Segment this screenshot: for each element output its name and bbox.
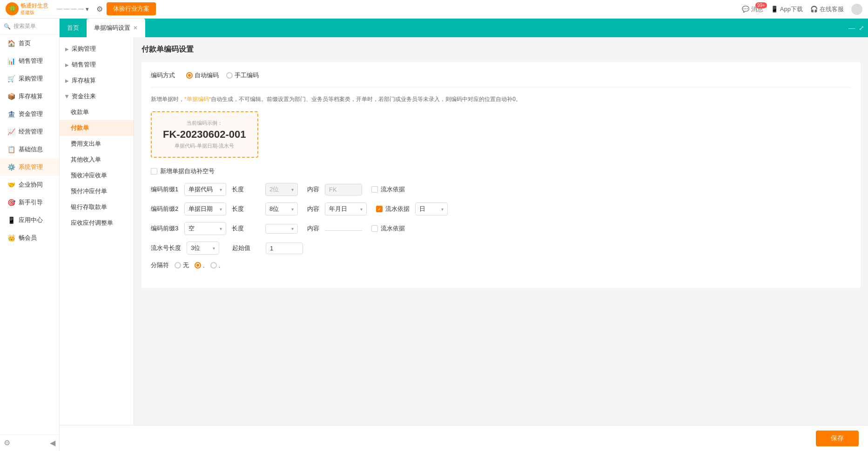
menu-group-inventory[interactable]: ▶ 库存核算 <box>60 73 134 88</box>
prefix3-length-select[interactable]: ▾ <box>265 224 298 234</box>
sales-icon: 📊 <box>7 57 15 65</box>
collapse-icon[interactable]: ◀ <box>50 438 55 447</box>
separator-dash-radio[interactable]: . <box>210 262 221 269</box>
finance-icon: 🏦 <box>7 110 15 118</box>
sidebar-item-sales[interactable]: 📊 销售管理 <box>0 52 59 70</box>
auto-fill-label: 新增单据自动补空号 <box>160 167 215 175</box>
chevron-down-icon: ▶ <box>65 94 70 98</box>
submenu-bank-deposit[interactable]: 银行存取款单 <box>60 199 134 215</box>
serial-length-select[interactable]: 3位 ▾ <box>187 242 219 255</box>
submenu-receipt[interactable]: 收款单 <box>60 104 134 120</box>
separator-none-radio[interactable]: 无 <box>175 261 189 269</box>
sidebar-item-member[interactable]: 👑 畅会员 <box>0 229 59 247</box>
tab-close-icon[interactable]: ✕ <box>133 25 138 31</box>
prefix3-content-label: 内容 <box>307 224 319 233</box>
prefix3-serial-checkbox[interactable] <box>371 225 378 232</box>
user-avatar[interactable] <box>851 4 862 15</box>
chevron-down-icon-p2l: ▾ <box>291 207 294 212</box>
submenu-other-income[interactable]: 其他收入单 <box>60 152 134 168</box>
prefix1-serial-row: 流水依据 <box>371 185 405 194</box>
settings-bottom-icon[interactable]: ⚙ <box>4 438 10 447</box>
manual-encode-dot <box>226 72 233 79</box>
maximize-icon[interactable]: ⤢ <box>859 24 864 32</box>
search-icon: 🔍 <box>4 23 11 30</box>
sidebar-item-finance[interactable]: 🏦 资金管理 <box>0 105 59 123</box>
auto-encode-radio[interactable]: 自动编码 <box>186 71 219 80</box>
encoding-method-row: 编码方式 自动编码 手工编码 <box>151 71 851 88</box>
brand-name: 畅通好生意 搭建版 <box>20 2 48 15</box>
menu-group-sales[interactable]: ▶ 销售管理 <box>60 57 134 73</box>
message-icon: 💬 <box>742 6 749 13</box>
main-layout: 🔍 搜索菜单 🏠 首页 📊 销售管理 🛒 采购管理 📦 库存核算 🏦 资金管理 … <box>0 19 868 451</box>
chevron-right-icon: ▶ <box>65 47 69 52</box>
prefix2-row: 编码前缀2 单据日期 ▾ 长度 8位 ▾ 内容 年月日 <box>151 202 851 215</box>
system-icon: ⚙️ <box>7 163 15 171</box>
guide-icon: 🎯 <box>7 199 15 206</box>
prefix2-content-select[interactable]: 年月日 ▾ <box>325 202 367 215</box>
save-button[interactable]: 保存 <box>816 431 859 446</box>
chevron-down-icon-p1: ▾ <box>220 187 222 192</box>
member-icon: 👑 <box>7 234 15 242</box>
submenu-ar-ap-adjust[interactable]: 应收应付调整单 <box>60 215 134 231</box>
message-badge: 99+ <box>755 2 767 8</box>
chevron-down-icon-p3l: ▾ <box>291 226 294 231</box>
enterprise-icon: 🤝 <box>7 181 15 188</box>
sidebar-item-enterprise[interactable]: 🤝 企业协同 <box>0 176 59 194</box>
sidebar-item-apps[interactable]: 📱 应用中心 <box>0 211 59 229</box>
menu-group-purchase[interactable]: ▶ 采购管理 <box>60 41 134 57</box>
start-value-input[interactable]: 1 <box>266 242 303 254</box>
purchase-icon: 🛒 <box>7 75 15 82</box>
right-panel: 首页 单据编码设置 ✕ — ⤢ ▶ 采购管理 ▶ 销售管理 <box>60 19 868 451</box>
menu-group-capital[interactable]: ▶ 资金往来 <box>60 88 134 104</box>
prefix2-length-select[interactable]: 8位 ▾ <box>265 202 298 215</box>
sidebar-item-operations[interactable]: 📈 经营管理 <box>0 123 59 141</box>
sidebar-item-purchase[interactable]: 🛒 采购管理 <box>0 70 59 88</box>
message-item[interactable]: 💬 消息 99+ <box>742 5 763 13</box>
operations-icon: 📈 <box>7 128 15 135</box>
prefix1-type-select[interactable]: 单据代码 ▾ <box>184 183 226 196</box>
chevron-down-icon-p3: ▾ <box>220 226 222 231</box>
prefix3-type-select[interactable]: 空 ▾ <box>184 222 226 235</box>
trial-button[interactable]: 体验行业方案 <box>107 2 156 15</box>
tab-home[interactable]: 首页 <box>60 19 87 37</box>
sidebar: 🔍 搜索菜单 🏠 首页 📊 销售管理 🛒 采购管理 📦 库存核算 🏦 资金管理 … <box>0 19 60 451</box>
prefix1-length-select[interactable]: 2位 ▾ <box>265 183 298 196</box>
separator-dot-radio[interactable]: . <box>195 262 205 269</box>
prefix2-type-select[interactable]: 单据日期 ▾ <box>184 202 226 215</box>
serial-config-row: 流水号长度 3位 ▾ 起始值 1 <box>151 242 851 255</box>
prefix2-serial-checkbox[interactable]: ✓ <box>376 206 383 212</box>
online-service-item[interactable]: 🎧 在线客服 <box>810 5 844 13</box>
auto-fill-checkbox[interactable] <box>151 168 157 175</box>
company-name: — — — — <box>57 6 84 12</box>
prefix3-content-input <box>325 227 362 231</box>
sidebar-item-system[interactable]: ⚙️ 系统管理 <box>0 158 59 176</box>
settings-icon[interactable]: ⚙ <box>96 5 103 13</box>
start-value-label: 起始值 <box>232 244 260 252</box>
sidebar-item-inventory[interactable]: 📦 库存核算 <box>0 88 59 105</box>
sidebar-item-home[interactable]: 🏠 首页 <box>0 34 59 52</box>
submenu-prepay-payable[interactable]: 预付冲应付单 <box>60 183 134 199</box>
prefix1-serial-checkbox[interactable] <box>371 186 378 193</box>
manual-encode-radio[interactable]: 手工编码 <box>226 71 259 80</box>
sidebar-item-guide[interactable]: 🎯 新手引导 <box>0 194 59 211</box>
search-menu[interactable]: 🔍 搜索菜单 <box>0 19 59 34</box>
sidebar-item-basic[interactable]: 📋 基础信息 <box>0 141 59 158</box>
prefix1-content-label: 内容 <box>307 185 319 194</box>
minimize-icon[interactable]: — <box>848 24 855 32</box>
company-dropdown[interactable]: — — — — ▾ <box>53 6 93 13</box>
submenu-expense[interactable]: 费用支出单 <box>60 136 134 152</box>
tab-serial-settings[interactable]: 单据编码设置 ✕ <box>87 19 145 37</box>
inventory-icon: 📦 <box>7 93 15 100</box>
sub-sidebar: ▶ 采购管理 ▶ 销售管理 ▶ 库存核算 ▶ 资金往来 收款单 <box>60 37 134 425</box>
prefix2-period-select[interactable]: 日 ▾ <box>415 202 448 215</box>
chevron-down-icon-p2c: ▾ <box>360 207 363 212</box>
app-logo: 🍀 畅通好生意 搭建版 <box>6 2 48 15</box>
submenu-prepay-receivable[interactable]: 预收冲应收单 <box>60 168 134 183</box>
app-download-item[interactable]: 📱 App下载 <box>771 5 803 13</box>
submenu-payment[interactable]: 付款单 <box>60 120 134 136</box>
prefix1-label: 编码前缀1 <box>151 185 179 194</box>
mobile-icon: 📱 <box>771 6 778 13</box>
prefix2-serial-row: ✓ 流水依据 <box>376 205 410 213</box>
topbar-mid: — — — — ▾ ⚙ 体验行业方案 <box>53 2 156 15</box>
headset-icon: 🎧 <box>810 6 818 13</box>
